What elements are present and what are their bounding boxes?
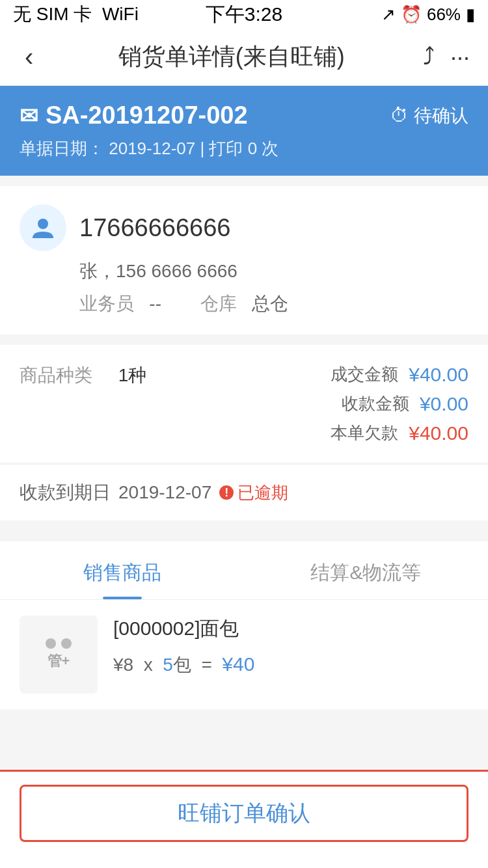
- customer-phone: 17666666666: [79, 214, 230, 242]
- product-item: 管+ [0000002]面包 ¥8 x 5包 = ¥40: [20, 616, 468, 694]
- order-date: 单据日期： 2019-12-07 | 打印 0 次: [20, 137, 468, 160]
- overdue-icon: !: [219, 485, 234, 500]
- page-title: 销货单详情(来自旺铺): [118, 41, 345, 73]
- product-price: ¥8 x 5包 = ¥40: [113, 653, 468, 677]
- status-icons: ↗ ⏰ 66% ▮: [381, 5, 475, 25]
- goods-type: 商品种类 1种: [20, 363, 146, 388]
- avatar: [20, 204, 66, 251]
- nav-actions: ⤴ ···: [423, 44, 470, 71]
- product-list: 管+ [0000002]面包 ¥8 x 5包 = ¥40: [0, 600, 488, 709]
- tab-sales-goods[interactable]: 销售商品: [0, 541, 244, 599]
- battery-level: 66%: [427, 5, 461, 25]
- divider-1: [0, 334, 488, 345]
- status-time: 下午3:28: [206, 1, 282, 28]
- product-name: [0000002]面包: [113, 616, 468, 642]
- order-header-card: ✉ SA-20191207-002 ⏱ 待确认 单据日期： 2019-12-07…: [0, 86, 488, 176]
- amount-summary: 成交金额 ¥40.00 收款金额 ¥0.00 本单欠款 ¥40.00: [331, 363, 468, 444]
- location-icon: ↗: [381, 5, 396, 25]
- tab-settlement-logistics[interactable]: 结算&物流等: [244, 541, 488, 599]
- order-email-icon: ✉: [20, 103, 38, 129]
- customer-name: 张，156 6666 6666: [20, 259, 468, 284]
- due-date-value: 2019-12-07: [118, 482, 211, 503]
- customer-meta: 业务员 -- 仓库 总仓: [20, 292, 468, 316]
- received-amount: 收款金额 ¥0.00: [342, 392, 468, 415]
- battery-icon: ▮: [466, 5, 475, 25]
- status-bar: 无 SIM 卡 WiFi 下午3:28 ↗ ⏰ 66% ▮: [0, 0, 488, 29]
- divider-2: [0, 521, 488, 531]
- overdue-badge: ! 已逾期: [219, 481, 288, 504]
- nav-bar: ‹ 销货单详情(来自旺铺) ⤴ ···: [0, 29, 488, 86]
- status-carrier: 无 SIM 卡 WiFi: [13, 2, 139, 27]
- summary-card: 商品种类 1种 成交金额 ¥40.00 收款金额 ¥0.00 本单欠款 ¥40.…: [0, 345, 488, 463]
- due-date-label: 收款到期日: [20, 480, 111, 505]
- product-details: [0000002]面包 ¥8 x 5包 = ¥40: [113, 616, 468, 677]
- sales-label: 业务员 --: [79, 292, 161, 316]
- overdue-text: 已逾期: [237, 481, 288, 504]
- order-status: ⏱ 待确认: [390, 103, 468, 128]
- more-icon[interactable]: ···: [450, 44, 470, 71]
- svg-point-0: [38, 219, 48, 229]
- owed-amount: 本单欠款 ¥40.00: [331, 422, 468, 444]
- confirm-order-button[interactable]: 旺铺订单确认: [20, 785, 468, 842]
- deal-amount: 成交金额 ¥40.00: [331, 363, 468, 386]
- tabs-container: 销售商品 结算&物流等: [0, 541, 488, 600]
- order-id: ✉ SA-20191207-002: [20, 102, 248, 129]
- back-button[interactable]: ‹: [18, 36, 40, 78]
- customer-card: 17666666666 张，156 6666 6666 业务员 -- 仓库 总仓: [0, 186, 488, 334]
- product-thumbnail: 管+: [20, 616, 98, 694]
- bottom-action-bar: 旺铺订单确认: [0, 770, 488, 868]
- warehouse-label: 仓库 总仓: [200, 292, 288, 316]
- share-icon[interactable]: ⤴: [423, 44, 435, 71]
- clock-icon: ⏱: [390, 105, 409, 126]
- alarm-icon: ⏰: [401, 5, 422, 25]
- due-date-card: 收款到期日 2019-12-07 ! 已逾期: [0, 464, 488, 521]
